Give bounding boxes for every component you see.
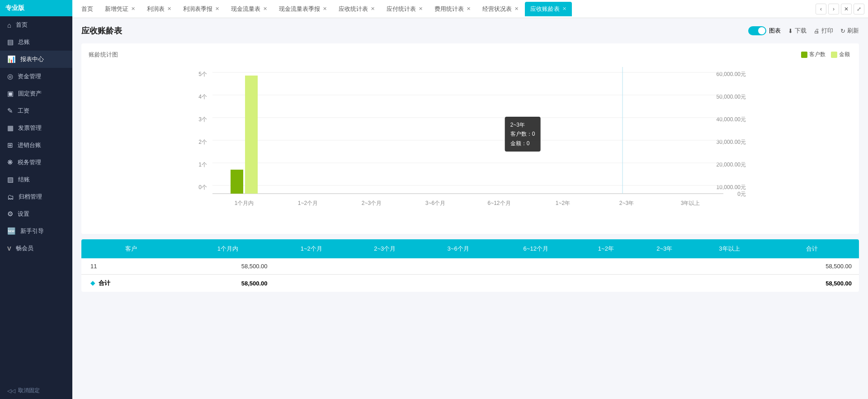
- footer-m23: [348, 275, 421, 292]
- svg-text:2~3个月: 2~3个月: [362, 200, 382, 206]
- total-icon: ◆: [90, 280, 95, 286]
- page-title: 应收账龄表: [81, 25, 122, 36]
- ledger-icon: ▤: [7, 38, 14, 46]
- svg-text:60,000.00元: 60,000.00元: [717, 71, 746, 77]
- archive-icon: 🗂: [7, 193, 14, 201]
- tab-ar-stat[interactable]: 应收统计表 ✕: [333, 2, 380, 16]
- print-btn[interactable]: 🖨 打印: [814, 27, 833, 35]
- table-footer-row: ◆ 合计 58,500.00 58,500.00: [81, 275, 859, 292]
- chart-toggle[interactable]: [748, 26, 766, 35]
- sidebar-item-closing[interactable]: ▨ 结账: [0, 171, 72, 188]
- guide-icon: 🆕: [7, 227, 16, 235]
- settings-icon: ⚙: [7, 210, 13, 218]
- svg-text:4个: 4个: [198, 94, 207, 100]
- cell-m1: 58,500.00: [181, 258, 275, 275]
- tab-prev-btn[interactable]: ‹: [816, 4, 826, 14]
- funds-icon: ◎: [7, 72, 13, 81]
- legend-amount: 金额: [831, 51, 850, 58]
- tab-close-all-btn[interactable]: ✕: [841, 4, 852, 14]
- table-header-row: 客户 1个月内 1~2个月 2~3个月 3~6个月 6~12个月 1~2年 2~…: [81, 239, 859, 258]
- svg-text:5个: 5个: [198, 71, 207, 77]
- tab-cashflow-close[interactable]: ✕: [263, 6, 267, 12]
- sidebar-item-tax[interactable]: ❋ 税务管理: [0, 154, 72, 171]
- tab-cashflow-label: 现金流量表: [231, 5, 260, 13]
- invoice-icon: ▦: [7, 124, 14, 132]
- footer-total: 58,500.00: [765, 275, 859, 292]
- col-total: 合计: [765, 239, 859, 258]
- salary-icon: ✎: [7, 107, 13, 115]
- footer-y12: [577, 275, 635, 292]
- sidebar-item-settings[interactable]: ⚙ 设置: [0, 205, 72, 223]
- sidebar-item-assets[interactable]: ▣ 固定资产: [0, 85, 72, 102]
- sidebar-item-guide[interactable]: 🆕 新手引导: [0, 223, 72, 240]
- cell-customer: 11: [81, 258, 181, 275]
- cell-m23: [348, 258, 421, 275]
- tab-expense[interactable]: 费用统计表 ✕: [429, 2, 476, 16]
- reports-icon: 📊: [7, 55, 16, 63]
- tab-home[interactable]: 首页: [76, 2, 99, 16]
- svg-text:0个: 0个: [198, 184, 207, 190]
- sidebar-item-invoice[interactable]: ▦ 发票管理: [0, 119, 72, 137]
- vip-icon: V: [7, 245, 11, 252]
- tab-voucher-close[interactable]: ✕: [131, 6, 135, 12]
- cell-total: 58,500.00: [765, 258, 859, 275]
- tab-profit-q-close[interactable]: ✕: [215, 6, 219, 12]
- refresh-btn[interactable]: ↻ 刷新: [840, 27, 859, 35]
- svg-text:20,000.00元: 20,000.00元: [717, 162, 746, 168]
- tab-voucher[interactable]: 新增凭证 ✕: [99, 2, 141, 16]
- svg-text:3~6个月: 3~6个月: [425, 200, 445, 206]
- tab-ar-stat-close[interactable]: ✕: [371, 6, 375, 12]
- sidebar-item-archive[interactable]: 🗂 归档管理: [0, 188, 72, 205]
- tab-ar-aging-close[interactable]: ✕: [562, 6, 566, 12]
- chart-legend: 客户数 金额: [801, 51, 850, 58]
- download-btn[interactable]: ⬇ 下载: [788, 27, 807, 35]
- chart-svg: 5个 4个 3个 2个 1个 0个 60,000.00元 50,000.00元 …: [89, 62, 852, 225]
- svg-text:2个: 2个: [198, 139, 207, 145]
- cell-y23: [635, 258, 693, 275]
- tab-cashflow-q-close[interactable]: ✕: [323, 6, 327, 12]
- tab-profit-label: 利润表: [147, 5, 165, 13]
- tab-profit-q[interactable]: 利润表季报 ✕: [178, 2, 225, 16]
- tax-icon: ❋: [7, 158, 13, 166]
- tab-biz-close[interactable]: ✕: [514, 6, 519, 12]
- tab-cashflow[interactable]: 现金流量表 ✕: [226, 2, 273, 16]
- svg-text:1个: 1个: [198, 162, 207, 168]
- tab-ap-stat-close[interactable]: ✕: [419, 6, 423, 12]
- print-icon: 🖨: [814, 28, 820, 34]
- svg-text:1~2年: 1~2年: [556, 200, 570, 206]
- sidebar-item-inventory[interactable]: ⊞ 进销台账: [0, 137, 72, 154]
- content-area: 应收账龄表 图表 ⬇ 下载 🖨 打印 ↻ 刷新: [72, 18, 868, 399]
- sidebar-item-label: 报表中心: [20, 55, 44, 63]
- svg-text:30,000.00元: 30,000.00元: [717, 139, 746, 145]
- sidebar-item-funds[interactable]: ◎ 资金管理: [0, 68, 72, 85]
- col-y12: 1~2年: [577, 239, 635, 258]
- inventory-icon: ⊞: [7, 141, 13, 149]
- tab-expand-btn[interactable]: ⤢: [854, 4, 864, 14]
- tab-cashflow-q[interactable]: 现金流量表季报 ✕: [274, 2, 332, 16]
- tab-ar-aging[interactable]: 应收账龄表 ✕: [525, 2, 572, 16]
- sidebar-item-vip[interactable]: V 畅会员: [0, 240, 72, 257]
- sidebar-item-label: 结账: [18, 176, 30, 184]
- sidebar-item-label: 归档管理: [19, 193, 42, 201]
- tab-expense-close[interactable]: ✕: [467, 6, 471, 12]
- tab-next-btn[interactable]: ›: [828, 4, 839, 14]
- sidebar: 专业版 ⌂ 首页 ▤ 总账 📊 报表中心 ◎ 资金管理 ▣ 固定资产 ✎ 工资 …: [0, 0, 72, 399]
- sidebar-item-salary[interactable]: ✎ 工资: [0, 102, 72, 119]
- col-m23: 2~3个月: [348, 239, 421, 258]
- svg-text:1~2个月: 1~2个月: [298, 200, 318, 206]
- sidebar-item-ledger[interactable]: ▤ 总账: [0, 33, 72, 51]
- svg-text:2~3年: 2~3年: [619, 200, 634, 206]
- tab-expense-label: 费用统计表: [434, 5, 464, 13]
- main-area: 首页 新增凭证 ✕ 利润表 ✕ 利润表季报 ✕ 现金流量表 ✕ 现金流量表季报 …: [72, 0, 868, 399]
- sidebar-unpin[interactable]: ◁◁ 取消固定: [0, 382, 72, 399]
- sidebar-item-home[interactable]: ⌂ 首页: [0, 16, 72, 33]
- col-m612: 6~12个月: [495, 239, 577, 258]
- sidebar-item-label: 固定资产: [18, 90, 42, 98]
- sidebar-item-label: 首页: [16, 21, 28, 29]
- tab-profit[interactable]: 利润表 ✕: [142, 2, 177, 16]
- tab-profit-close[interactable]: ✕: [167, 6, 171, 12]
- sidebar-item-reports[interactable]: 📊 报表中心: [0, 51, 72, 68]
- tab-biz[interactable]: 经营状况表 ✕: [477, 2, 524, 16]
- col-y3plus: 3年以上: [694, 239, 765, 258]
- tab-ap-stat[interactable]: 应付统计表 ✕: [381, 2, 428, 16]
